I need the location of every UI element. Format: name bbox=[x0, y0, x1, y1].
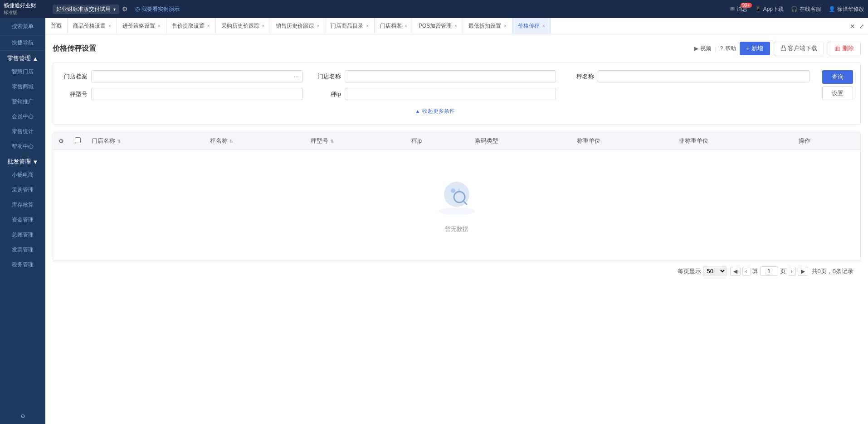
sidebar-item-help-center[interactable]: 帮助中心 bbox=[0, 139, 45, 154]
tab-home[interactable]: 首页 bbox=[45, 18, 68, 34]
scale-name-input[interactable] bbox=[598, 70, 809, 82]
video-icon: ▶ bbox=[694, 45, 698, 52]
sidebar-item-retail-mgmt[interactable]: 零售管理 ▲ bbox=[0, 51, 45, 64]
tab-sales-history-tracking[interactable]: 销售历史价跟踪 × bbox=[270, 18, 325, 34]
video-link[interactable]: ▶ 视频 bbox=[694, 45, 711, 53]
version-selector[interactable]: 好业财标准版交付试用 ▾ bbox=[53, 5, 119, 14]
tab-close-product-catalog[interactable]: × bbox=[366, 24, 369, 29]
logo-text: 畅捷通好业财 bbox=[4, 2, 36, 10]
last-page-btn[interactable]: ▶ bbox=[798, 267, 808, 276]
tab-close-pos-encryption[interactable]: × bbox=[454, 24, 457, 29]
tab-close-store-file[interactable]: × bbox=[405, 24, 407, 29]
tab-close-purchase-history[interactable]: × bbox=[262, 24, 265, 29]
th-scale-name: 秤名称 ⇅ bbox=[205, 132, 305, 150]
tab-close-min-discount[interactable]: × bbox=[504, 24, 507, 29]
sidebar-item-retail-mall[interactable]: 零售商城 bbox=[0, 79, 45, 94]
tab-store-file[interactable]: 门店档案 × bbox=[375, 18, 413, 34]
user-area[interactable]: 👤 徐泽华修改 bbox=[829, 5, 864, 13]
dropdown-arrow-icon: ▾ bbox=[113, 7, 116, 12]
app-download-label: App下载 bbox=[763, 5, 784, 13]
page-suffix: 页 bbox=[780, 267, 786, 275]
tab-close-all-btn[interactable]: ✕ bbox=[850, 23, 855, 30]
help-label: 帮助 bbox=[725, 45, 736, 53]
prev-page-btn[interactable]: ‹ bbox=[742, 267, 751, 276]
main-layout: 搜索菜单 快捷导航 零售管理 ▲ 智慧门店 零售商城 营销推广 会员中心 零售统… bbox=[0, 18, 868, 424]
store-name-input[interactable] bbox=[345, 70, 556, 82]
sidebar-item-marketing[interactable]: 营销推广 bbox=[0, 94, 45, 109]
tab-close-sales-history[interactable]: × bbox=[317, 24, 319, 29]
sort-icon-scale-name: ⇅ bbox=[229, 139, 233, 144]
page-number-input[interactable] bbox=[760, 266, 778, 276]
customer-service-btn[interactable]: 🎧 在线客服 bbox=[791, 5, 821, 13]
filter-row-1: 门店档案 ··· 门店名称 bbox=[60, 70, 809, 82]
sidebar-item-wholesale-mgmt[interactable]: 批发管理 ▼ bbox=[0, 154, 45, 168]
total-info: 共0页，0条记录 bbox=[812, 267, 853, 275]
empty-state-icon bbox=[434, 177, 479, 218]
sidebar-item-purchase-mgmt[interactable]: 采购管理 bbox=[0, 183, 45, 198]
first-page-btn[interactable]: ◀ bbox=[730, 267, 741, 276]
content-area: 首页 商品价格设置 × 进价策略设置 × 售价提取设置 × 采购历史价跟踪 × bbox=[45, 18, 868, 424]
query-button[interactable]: 查询 bbox=[822, 70, 853, 84]
per-page-select[interactable]: 10 20 50 100 bbox=[703, 266, 727, 276]
tab-price-scale[interactable]: 价格传秤 × bbox=[512, 18, 551, 34]
scale-ip-field: 秤ip bbox=[314, 88, 556, 100]
store-file-dots-btn[interactable]: ··· bbox=[290, 73, 302, 80]
sidebar-item-tax-mgmt[interactable]: 税务管理 bbox=[0, 257, 45, 272]
sidebar-item-smart-store[interactable]: 智慧门店 bbox=[0, 64, 45, 79]
client-download-button[interactable]: 凸 客户端下载 bbox=[774, 42, 824, 55]
app-download-icon: 📱 bbox=[755, 6, 761, 12]
app-download-btn[interactable]: 📱 App下载 bbox=[755, 5, 784, 13]
sidebar-item-xiaochang-ecom[interactable]: 小畅电商 bbox=[0, 168, 45, 183]
tab-close-product-price[interactable]: × bbox=[108, 24, 111, 29]
message-btn[interactable]: ✉ 消息 99+ bbox=[730, 5, 747, 13]
store-file-input[interactable] bbox=[92, 71, 290, 82]
store-name-label: 门店名称 bbox=[314, 72, 341, 81]
demo-link[interactable]: ◎ 我要看实例演示 bbox=[135, 5, 180, 13]
delete-button[interactable]: 面 删除 bbox=[828, 42, 861, 55]
sidebar-item-invoice-mgmt[interactable]: 发票管理 bbox=[0, 242, 45, 257]
tab-selling-price-extract[interactable]: 售价提取设置 × bbox=[166, 18, 216, 34]
data-table: ⚙ 门店名称 ⇅ bbox=[53, 132, 860, 260]
filter-section: 门店档案 ··· 门店名称 bbox=[53, 63, 861, 125]
scale-type-input[interactable] bbox=[91, 88, 303, 100]
user-name: 徐泽华修改 bbox=[837, 5, 864, 13]
filter-row-2: 秤型号 秤ip bbox=[60, 88, 809, 100]
demo-icon: ◎ bbox=[135, 6, 140, 12]
svg-point-6 bbox=[458, 188, 460, 191]
set-button[interactable]: 设置 bbox=[822, 87, 853, 100]
sidebar-item-retail-stats[interactable]: 零售统计 bbox=[0, 124, 45, 139]
next-page-btn[interactable]: › bbox=[788, 267, 796, 276]
help-link[interactable]: ? 帮助 bbox=[720, 45, 736, 53]
select-all-checkbox[interactable] bbox=[75, 137, 81, 143]
tab-purchase-strategy[interactable]: 进价策略设置 × bbox=[117, 18, 166, 34]
tab-expand-btn[interactable]: ⤢ bbox=[859, 23, 864, 30]
page-number-display: 算 页 bbox=[752, 266, 786, 276]
settings-icon[interactable]: ⚙ bbox=[122, 5, 128, 13]
sidebar-item-inventory-accounting[interactable]: 库存核算 bbox=[0, 198, 45, 212]
tab-min-discount[interactable]: 最低折扣设置 × bbox=[463, 18, 512, 34]
add-button[interactable]: + 新增 bbox=[740, 42, 770, 55]
scale-ip-input[interactable] bbox=[345, 88, 556, 100]
sort-icon-store-name: ⇅ bbox=[117, 139, 121, 144]
wholesale-mgmt-arrow-icon: ▼ bbox=[33, 159, 39, 165]
tab-close-purchase-strategy[interactable]: × bbox=[158, 24, 161, 29]
tab-purchase-history-tracking[interactable]: 采购历史价跟踪 × bbox=[216, 18, 271, 34]
tab-store-product-catalog[interactable]: 门店商品目录 × bbox=[325, 18, 375, 34]
tab-close-price-scale[interactable]: × bbox=[542, 24, 545, 29]
table-settings-col[interactable]: ⚙ bbox=[53, 132, 69, 150]
table-checkbox-col bbox=[69, 132, 86, 150]
sidebar-item-funds-mgmt[interactable]: 资金管理 bbox=[0, 212, 45, 227]
sidebar-item-general-ledger[interactable]: 总账管理 bbox=[0, 227, 45, 242]
page-label: 算 bbox=[752, 267, 758, 275]
tab-pos-encryption[interactable]: POS加密管理 × bbox=[413, 18, 463, 34]
tab-close-selling-price[interactable]: × bbox=[207, 24, 210, 29]
tab-product-price-settings[interactable]: 商品价格设置 × bbox=[68, 18, 117, 34]
per-page-label: 每页显示 bbox=[678, 267, 701, 275]
collapse-btn[interactable]: ▲ 收起更多条件 bbox=[60, 106, 809, 117]
sidebar-shortcut-nav[interactable]: 快捷导航 bbox=[0, 35, 45, 51]
sidebar-search[interactable]: 搜索菜单 bbox=[0, 18, 45, 35]
sidebar-settings-btn[interactable]: ⚙ bbox=[0, 409, 45, 424]
sidebar-item-member-center[interactable]: 会员中心 bbox=[0, 109, 45, 124]
empty-state: 暂无数据 bbox=[53, 150, 860, 260]
page-actions: ▶ 视频 | ? 帮助 + 新增 凸 客户端下载 面 删除 bbox=[694, 42, 861, 55]
